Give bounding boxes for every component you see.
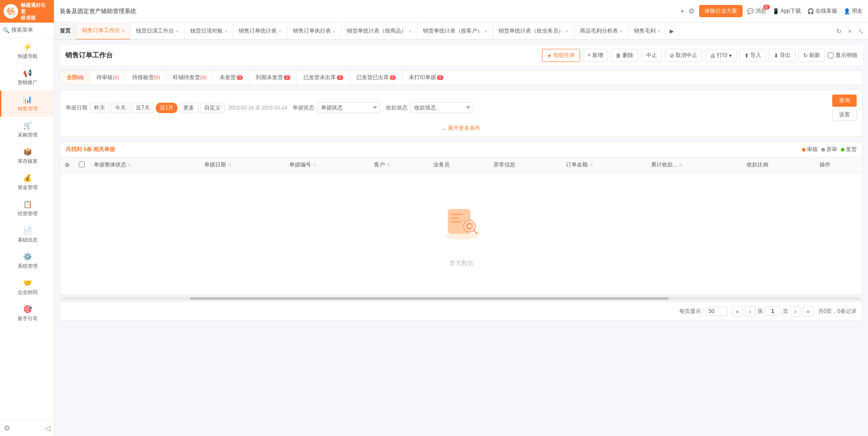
page-first-button[interactable]: « bbox=[732, 306, 743, 317]
sort-icon-date[interactable]: ⇅ bbox=[228, 162, 231, 167]
show-detail-checkbox[interactable] bbox=[828, 52, 834, 58]
select-all-checkbox[interactable] bbox=[79, 161, 85, 167]
sort-icon-customer[interactable]: ⇅ bbox=[387, 162, 390, 167]
delete-button[interactable]: 🗑 删除 bbox=[611, 49, 638, 62]
tab-sales-by-staff-close[interactable]: × bbox=[566, 28, 568, 34]
sidebar-item-quicknav[interactable]: ⚡ 快捷导航 bbox=[0, 38, 54, 64]
tab-maximize-icon[interactable]: ⤡ bbox=[856, 27, 865, 36]
tab-refresh-icon[interactable]: ↻ bbox=[834, 27, 844, 36]
tab-sales-by-staff[interactable]: 销货单统计表（按业务员） × bbox=[493, 23, 574, 40]
print-button[interactable]: 🖨 打印 ▾ bbox=[705, 49, 737, 62]
tab-home[interactable]: 首页 bbox=[54, 23, 77, 40]
date-btn-7days[interactable]: 近7天 bbox=[132, 103, 154, 113]
sidebar-item-sales[interactable]: 📊 销售管理 bbox=[0, 90, 54, 117]
scrollbar-area[interactable] bbox=[60, 294, 862, 302]
tab-sales-order-close[interactable]: × bbox=[122, 28, 125, 33]
sub-tab-shipped-out[interactable]: 已发货已出库0 bbox=[350, 71, 403, 85]
tab-sales-by-customer[interactable]: 销货单统计表（按客户） × bbox=[417, 23, 493, 40]
date-btn-yesterday[interactable]: 昨天 bbox=[90, 103, 109, 113]
sort-icon-collection[interactable]: ⇅ bbox=[679, 162, 682, 167]
sidebar-collapse-icon[interactable]: ◁ bbox=[45, 424, 50, 432]
sidebar-item-basics[interactable]: 📄 基础信息 bbox=[0, 222, 54, 248]
tab-sales-margin-close[interactable]: × bbox=[657, 28, 660, 34]
sort-icon-number[interactable]: ⇅ bbox=[312, 162, 316, 167]
import-button[interactable]: ⬆ 导入 bbox=[739, 49, 766, 62]
page-prev-button[interactable]: ‹ bbox=[745, 306, 756, 317]
sidebar-settings-icon[interactable]: ⚙ bbox=[4, 424, 10, 432]
date-btn-custom[interactable]: 自定义 bbox=[200, 103, 225, 113]
date-btn-1month[interactable]: 近1月 bbox=[156, 103, 178, 113]
tab-sales-margin[interactable]: 销售毛利 × bbox=[628, 23, 666, 40]
status-select[interactable]: 单据状态 bbox=[317, 102, 380, 113]
export-button[interactable]: ⬇ 导出 bbox=[769, 49, 796, 62]
tab-sales-by-product[interactable]: 销货单统计表（按商品） × bbox=[341, 23, 417, 40]
sidebar-item-search[interactable]: 🔍 搜索菜单 bbox=[0, 23, 54, 38]
sidebar-item-finance[interactable]: 💰 资金管理 bbox=[0, 169, 54, 195]
tab-order-stats-close[interactable]: × bbox=[278, 28, 281, 34]
user-item[interactable]: 👤 用友 bbox=[844, 7, 863, 15]
tab-sales-by-product-close[interactable]: × bbox=[408, 28, 411, 34]
tab-daily-cash-close[interactable]: × bbox=[176, 28, 178, 34]
sidebar-item-ops[interactable]: 📋 经营管理 bbox=[0, 195, 54, 222]
add-button[interactable]: + 新增 bbox=[583, 49, 608, 62]
show-detail-checkbox-label[interactable]: 显示明细 bbox=[828, 52, 857, 59]
col-date: 单据日期 ⇅ bbox=[200, 157, 285, 173]
sidebar-item-marketing[interactable]: 📢 营销推广 bbox=[0, 64, 54, 90]
settings-icon[interactable]: ⚙ bbox=[688, 7, 695, 15]
col-settings[interactable]: ⚙ bbox=[60, 157, 74, 173]
ship-btn[interactable]: 发货 bbox=[841, 146, 857, 153]
sub-tab-pending-inspect[interactable]: 待拣验货(0) bbox=[126, 71, 167, 85]
page-size-select[interactable]: 50 20 100 bbox=[705, 307, 728, 316]
tab-close-all-icon[interactable]: × bbox=[846, 27, 854, 36]
sidebar-item-collab[interactable]: 🤝 企业协同 bbox=[0, 274, 54, 300]
sub-tab-no-print[interactable]: 未打印单据0 bbox=[403, 71, 450, 85]
scrollbar-thumb[interactable] bbox=[190, 297, 669, 300]
date-btn-more[interactable]: 更多 bbox=[179, 103, 198, 113]
col-checkbox[interactable] bbox=[74, 157, 89, 173]
cancel-suspend-button[interactable]: ⊘ 取消中止 bbox=[665, 49, 702, 62]
page-last-button[interactable]: » bbox=[803, 306, 814, 317]
page-number-input[interactable] bbox=[765, 307, 781, 316]
pagination: « ‹ 第 页 › » bbox=[732, 306, 814, 317]
set-button[interactable]: 设置 bbox=[832, 109, 857, 121]
tab-more-button[interactable]: ▶ bbox=[666, 28, 677, 34]
query-button[interactable]: 查询 bbox=[832, 95, 857, 107]
date-btn-today[interactable]: 今天 bbox=[111, 103, 130, 113]
sub-tab-overdue-ship[interactable]: 到期未发货0 bbox=[249, 71, 297, 85]
abandon-review-btn[interactable]: 弃审 bbox=[821, 146, 837, 153]
sort-icon-status[interactable]: ⇅ bbox=[128, 162, 131, 167]
date-range-display: 2023-02-24 至 2023-03-24 bbox=[228, 104, 287, 111]
tab-sales-order[interactable]: 销售订单工作台 × bbox=[77, 23, 130, 40]
tab-order-exec-close[interactable]: × bbox=[333, 28, 336, 34]
online-support-item[interactable]: 🎧 在线客服 bbox=[807, 7, 837, 15]
dropdown-arrow-icon[interactable]: ▾ bbox=[681, 8, 684, 14]
sidebar-item-system[interactable]: ⚙️ 系统管理 bbox=[0, 248, 54, 274]
sidebar-item-inventory[interactable]: 📦 库存核算 bbox=[0, 143, 54, 169]
sidebar-item-newguide[interactable]: 🎯 新手引导 bbox=[0, 300, 54, 327]
page-next-button[interactable]: › bbox=[790, 306, 801, 317]
suspend-button[interactable]: 中止 bbox=[641, 49, 662, 62]
tab-sales-by-customer-close[interactable]: × bbox=[484, 28, 487, 34]
collection-select[interactable]: 收款状态 bbox=[410, 102, 474, 113]
sidebar-item-purchase[interactable]: 🛒 采购管理 bbox=[0, 117, 54, 143]
industry-solution-button[interactable]: 体验行业方案 bbox=[699, 5, 743, 17]
app-download-item[interactable]: 📱 App下载 bbox=[772, 7, 801, 15]
tab-margin-close[interactable]: × bbox=[620, 28, 623, 34]
sub-tab-all[interactable]: 全部(0) bbox=[60, 71, 90, 85]
tab-order-stats[interactable]: 销售订单统计表 × bbox=[233, 23, 287, 40]
review-btn[interactable]: 审核 bbox=[802, 146, 818, 153]
tab-reconcile-close[interactable]: × bbox=[225, 28, 227, 34]
tab-order-exec[interactable]: 销售订单执行表 × bbox=[288, 23, 341, 40]
sub-tab-wangpu-ship[interactable]: 旺铺待发货(0) bbox=[167, 71, 213, 85]
sort-icon-amount[interactable]: ⇅ bbox=[590, 162, 593, 167]
message-icon-item[interactable]: 💬 消息 6 bbox=[747, 7, 766, 15]
tab-daily-cash[interactable]: 钱货日清工作台 × bbox=[130, 23, 184, 40]
refresh-button[interactable]: ↻ 刷新 bbox=[798, 49, 825, 62]
smart-create-button[interactable]: ★ 智能生单 bbox=[542, 49, 580, 62]
tab-margin-analysis[interactable]: 商品毛利分析表 × bbox=[575, 23, 628, 40]
tab-reconcile[interactable]: 钱货日清对账 × bbox=[185, 23, 233, 40]
sub-tab-pending-review[interactable]: 待审核(0) bbox=[90, 71, 125, 85]
expand-button[interactable]: ⌄ 展开更多条件 bbox=[442, 124, 480, 132]
sub-tab-shipped-no-out[interactable]: 已发货未出库0 bbox=[297, 71, 350, 85]
sub-tab-unshipped[interactable]: 未发货0 bbox=[213, 71, 250, 85]
